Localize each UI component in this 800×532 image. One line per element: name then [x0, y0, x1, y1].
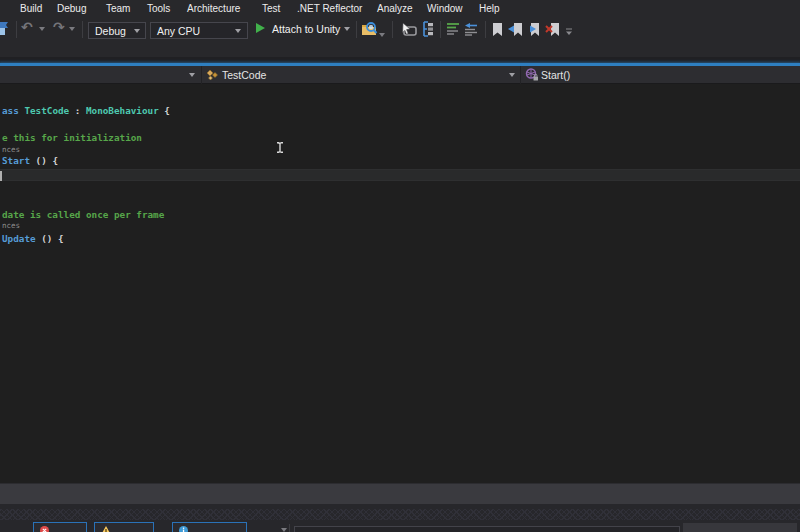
toolbar-separator [440, 21, 441, 38]
platform-value: Any CPU [157, 25, 200, 37]
errors-filter-button[interactable] [33, 522, 87, 532]
menu-item-help[interactable]: Help [479, 2, 500, 15]
code-line: nces [2, 145, 800, 155]
configuration-chevron-icon [134, 29, 140, 33]
error-list-search-box[interactable] [294, 526, 680, 532]
menu-item-tools[interactable]: Tools [147, 2, 170, 15]
toolbar-separator [16, 21, 17, 38]
toolbar-separator [392, 21, 393, 38]
types-combo-chevron-icon [509, 73, 515, 77]
solution-configuration-combobox[interactable]: Debug [88, 22, 146, 39]
attach-target-chevron-icon[interactable] [344, 27, 350, 31]
code-line: ass TestCode : MonoBehaviour { [2, 104, 800, 117]
horizontal-scrollbar-track[interactable] [0, 483, 800, 504]
code-line: Update () { [2, 232, 800, 245]
solution-platform-combobox[interactable]: Any CPU [150, 22, 248, 39]
redo-dropdown-chevron-icon[interactable] [69, 27, 75, 31]
toolbar-separator [485, 21, 486, 38]
undo-dropdown-chevron-icon[interactable] [39, 27, 45, 31]
visual-studio-window: Build Debug Team Tools Architecture Test… [0, 0, 800, 532]
platform-chevron-icon [235, 29, 241, 33]
toolbar-separator [356, 21, 357, 38]
error-list-panel [0, 504, 800, 532]
menu-item-team[interactable]: Team [106, 2, 130, 15]
members-combo-value: Start() [541, 69, 570, 81]
code-line: e this for initialization [2, 131, 800, 144]
code-line: date is called once per frame [2, 208, 800, 221]
blue-flag-icon[interactable] [0, 21, 10, 36]
configuration-value: Debug [95, 25, 126, 37]
code-lines: ass TestCode : MonoBehaviour {e this for… [0, 85, 800, 483]
menu-item-debug[interactable]: Debug [57, 2, 86, 15]
toolbar-separator [82, 21, 83, 38]
undo-icon[interactable]: ↶ [21, 20, 33, 34]
code-line: nces [2, 221, 800, 231]
start-debugging-play-icon[interactable] [256, 23, 265, 33]
messages-filter-button[interactable] [172, 522, 247, 532]
attach-to-unity-button[interactable]: Attach to Unity [272, 23, 340, 35]
redo-icon[interactable]: ↷ [53, 20, 65, 34]
bottom-right-panel-fragment [683, 523, 797, 532]
warnings-filter-button[interactable] [94, 522, 154, 532]
menu-item-window[interactable]: Window [427, 2, 463, 15]
panel-dropdown-chevron-icon[interactable] [281, 528, 287, 532]
menu-item-test[interactable]: Test [262, 2, 280, 15]
panel-separator [289, 524, 290, 532]
files-combo-chevron-icon [189, 73, 195, 77]
menu-item-architecture[interactable]: Architecture [187, 2, 240, 15]
files-combobox[interactable] [0, 66, 201, 84]
menu-item-net-reflector[interactable]: .NET Reflector [297, 2, 362, 15]
menu-item-build[interactable]: Build [20, 2, 42, 15]
menu-item-analyze[interactable]: Analyze [377, 2, 413, 15]
types-combo-value: TestCode [222, 69, 266, 81]
code-line: Start () { [2, 154, 800, 167]
code-editor[interactable]: ass TestCode : MonoBehaviour {e this for… [0, 85, 800, 483]
find-dropdown-chevron-icon[interactable] [379, 33, 385, 37]
panel-texture [0, 509, 800, 520]
